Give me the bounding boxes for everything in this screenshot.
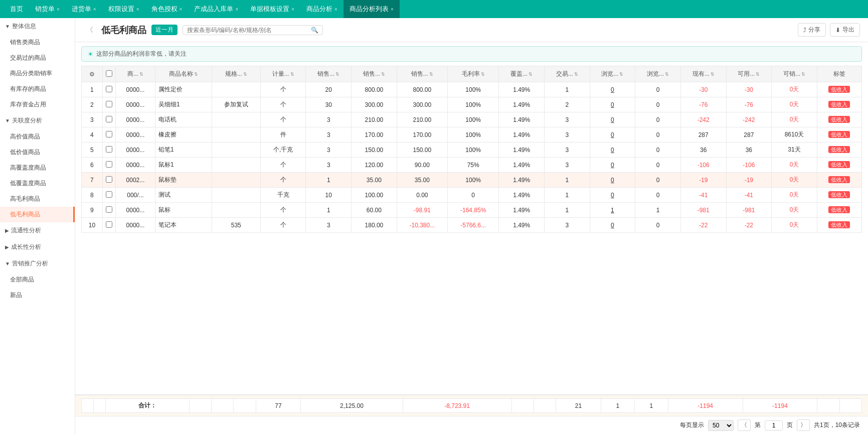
sidebar-group-liquidity[interactable]: ▶ 流通性分析 — [0, 222, 75, 239]
info-icon: ☀ — [88, 51, 93, 58]
col-settings[interactable]: ⚙ — [82, 66, 103, 82]
search-input[interactable] — [187, 27, 309, 34]
col-unit[interactable]: 计量...⇅ — [260, 66, 306, 82]
row-select-checkbox[interactable] — [106, 161, 112, 168]
row-no: 5 — [82, 142, 103, 158]
prev-page-button[interactable]: 〈 — [738, 419, 751, 431]
export-button[interactable]: ⬇ 导出 — [830, 23, 860, 37]
sidebar-item-stock-capital[interactable]: 库存资金占用 — [0, 97, 75, 112]
col-trade[interactable]: 交易...⇅ — [544, 66, 590, 82]
view1-link[interactable]: 1 — [611, 207, 614, 214]
nav-close-sales-order[interactable]: × — [57, 7, 60, 12]
sidebar-item-all-goods[interactable]: 全部商品 — [0, 272, 75, 287]
nav-product-entry[interactable]: 产成品入库单 × — [188, 0, 244, 18]
footer-empty2 — [94, 399, 106, 413]
per-page-select[interactable]: 50 100 200 — [708, 420, 734, 431]
footer-view2: 1 — [634, 399, 668, 413]
sidebar-item-high-coverage[interactable]: 高覆盖度商品 — [0, 160, 75, 176]
nav-product-analysis[interactable]: 商品分析 × — [300, 0, 343, 18]
view1-link[interactable]: 0 — [611, 116, 614, 123]
select-all-checkbox[interactable] — [106, 70, 112, 77]
nav-sales-order[interactable]: 销货单 × — [29, 0, 66, 18]
row-select-checkbox[interactable] — [106, 206, 112, 213]
row-select-checkbox[interactable] — [106, 191, 112, 198]
nav-role-auth[interactable]: 角色授权 × — [145, 0, 189, 18]
view1-link[interactable]: 0 — [611, 177, 614, 184]
view1-link[interactable]: 0 — [611, 162, 614, 169]
row-coverage: 1.49% — [499, 158, 545, 173]
col-spec[interactable]: 规格...⇅ — [212, 66, 260, 82]
sidebar-item-in-stock[interactable]: 有库存的商品 — [0, 81, 75, 97]
nav-purchase-order[interactable]: 进货单 × — [66, 0, 102, 18]
search-icon[interactable]: 🔍 — [311, 27, 318, 34]
nav-close-permissions[interactable]: × — [136, 7, 139, 12]
view1-link[interactable]: 0 — [611, 131, 614, 138]
row-view2: 1 — [635, 203, 681, 218]
row-name: 鼠标 — [155, 203, 212, 218]
sidebar-item-sales-goods[interactable]: 销售类商品 — [0, 35, 75, 50]
sidebar-group-overall[interactable]: ▼ 整体信息 — [0, 18, 75, 35]
col-view2[interactable]: 浏览...⇅ — [635, 66, 681, 82]
page-number-input[interactable] — [765, 420, 783, 430]
main-layout: ▼ 整体信息 销售类商品 交易过的商品 商品分类助销率 有库存的商品 库存资金占… — [0, 18, 868, 434]
nav-close-product-analysis-list[interactable]: × — [391, 7, 394, 12]
row-sale-qty: 3 — [306, 142, 352, 158]
row-select-checkbox[interactable] — [106, 116, 112, 122]
sidebar-item-low-margin[interactable]: 低毛利商品 — [0, 207, 75, 222]
nav-close-role-auth[interactable]: × — [180, 7, 183, 12]
nav-close-product-entry[interactable]: × — [235, 7, 238, 12]
nav-permissions[interactable]: 权限设置 × — [102, 0, 145, 18]
sidebar-group-growth[interactable]: ▶ 成长性分析 — [0, 239, 75, 255]
row-checkbox — [102, 158, 115, 173]
col-usable[interactable]: 可用...⇅ — [726, 66, 772, 82]
sidebar-group-marketing[interactable]: ▼ 营销推广分析 — [0, 255, 75, 272]
row-select-checkbox[interactable] — [106, 131, 112, 137]
nav-template-settings[interactable]: 单据模板设置 × — [244, 0, 300, 18]
sidebar-item-high-value[interactable]: 高价值商品 — [0, 129, 75, 144]
col-sellable[interactable]: 可销...⇅ — [772, 66, 817, 82]
search-box: 🔍 — [183, 25, 323, 35]
view1-link[interactable]: 0 — [611, 101, 614, 108]
view1-link[interactable]: 0 — [611, 86, 614, 93]
next-page-button[interactable]: 〉 — [797, 419, 810, 431]
col-view1[interactable]: 浏览...⇅ — [590, 66, 635, 82]
nav-home[interactable]: 首页 — [4, 0, 29, 18]
view1-link[interactable]: 0 — [611, 192, 614, 199]
col-sale-price[interactable]: 销售...⇅ — [352, 66, 397, 82]
sidebar-item-low-coverage[interactable]: 低覆盖度商品 — [0, 176, 75, 191]
row-sale-qty: 20 — [306, 82, 352, 97]
row-view1: 0 — [590, 142, 635, 158]
share-button[interactable]: ⤴ 分享 — [798, 23, 826, 37]
row-sale-amount: 0.00 — [397, 188, 447, 203]
nav-close-template-settings[interactable]: × — [291, 7, 294, 12]
row-select-checkbox[interactable] — [106, 221, 112, 228]
sidebar-item-low-value[interactable]: 低价值商品 — [0, 144, 75, 160]
row-current: -106 — [680, 158, 726, 173]
row-select-checkbox[interactable] — [106, 86, 112, 92]
filter-tag-recent-month[interactable]: 近一月 — [151, 25, 178, 35]
row-select-checkbox[interactable] — [106, 101, 112, 107]
sidebar-item-category-rate[interactable]: 商品分类助销率 — [0, 66, 75, 81]
nav-close-product-analysis[interactable]: × — [334, 7, 337, 12]
sidebar-group-relevance[interactable]: ▼ 关联度分析 — [0, 112, 75, 129]
sidebar-item-new-goods[interactable]: 新品 — [0, 287, 75, 303]
footer-sale-price: 2,125.00 — [301, 399, 403, 413]
sidebar-item-high-margin[interactable]: 高毛利商品 — [0, 191, 75, 207]
col-sale-amount[interactable]: 销售...⇅ — [397, 66, 447, 82]
col-code[interactable]: 商...⇅ — [115, 66, 155, 82]
row-select-checkbox[interactable] — [106, 146, 112, 153]
row-spec — [212, 142, 260, 158]
view1-link[interactable]: 0 — [611, 147, 614, 154]
col-sale-qty[interactable]: 销售...⇅ — [306, 66, 352, 82]
row-select-checkbox[interactable] — [106, 176, 112, 183]
col-current[interactable]: 现有...⇅ — [680, 66, 726, 82]
nav-close-purchase-order[interactable]: × — [93, 7, 96, 12]
col-margin[interactable]: 毛利率⇅ — [447, 66, 498, 82]
row-name: 测试 — [155, 188, 212, 203]
nav-product-analysis-list[interactable]: 商品分析列表 × — [343, 0, 400, 18]
sidebar-item-traded-goods[interactable]: 交易过的商品 — [0, 50, 75, 66]
view1-link[interactable]: 0 — [611, 222, 614, 229]
col-name[interactable]: 商品名称⇅ — [155, 66, 212, 82]
col-coverage[interactable]: 覆盖...⇅ — [499, 66, 545, 82]
collapse-sidebar-button[interactable]: 《 — [83, 26, 96, 35]
